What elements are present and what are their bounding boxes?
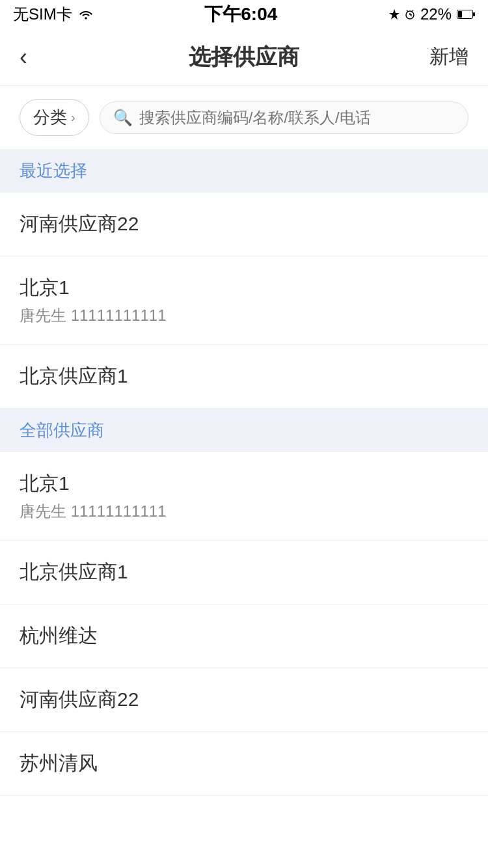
item-name: 北京1 [20,275,468,301]
sim-label: 无SIM卡 [13,4,72,25]
search-icon: 🔍 [113,109,133,127]
battery-level: 22% [420,5,452,23]
chevron-right-icon: › [71,110,75,125]
nav-bar: ‹ 选择供应商 新增 [0,29,488,86]
wifi-icon [79,9,93,20]
status-right: 22% [389,5,475,23]
category-label: 分类 [33,106,67,129]
item-name: 北京供应商1 [20,559,468,586]
page-title: 选择供应商 [189,42,299,72]
item-sub: 唐先生 11111111111 [20,305,468,326]
item-name: 北京1 [20,470,468,497]
svg-rect-8 [473,12,475,16]
all-section-header: 全部供应商 [0,409,488,452]
list-item[interactable]: 北京供应商1 [0,541,488,604]
location-icon [389,9,400,20]
svg-line-5 [411,10,413,12]
svg-rect-7 [458,11,462,18]
list-item[interactable]: 苏州清风 [0,732,488,796]
item-name: 河南供应商22 [20,686,468,713]
search-input[interactable] [139,109,455,127]
recent-section-label: 最近选择 [20,161,87,180]
status-bar: 无SIM卡 下午6:04 22% [0,0,488,29]
back-button[interactable]: ‹ [20,44,59,71]
status-time: 下午6:04 [204,2,277,27]
item-name: 杭州维达 [20,623,468,649]
category-button[interactable]: 分类 › [20,99,89,136]
list-item[interactable]: 河南供应商22 [0,193,488,256]
recent-section-header: 最近选择 [0,149,488,193]
add-button[interactable]: 新增 [429,44,468,70]
list-item[interactable]: 杭州维达 [0,604,488,668]
recent-list: 河南供应商22北京1唐先生 11111111111北京供应商1 [0,193,488,409]
all-section-label: 全部供应商 [20,420,104,440]
svg-point-0 [85,17,87,20]
list-item[interactable]: 北京1唐先生 11111111111 [0,256,488,345]
item-sub: 唐先生 11111111111 [20,501,468,522]
list-item[interactable]: 北京供应商1 [0,345,488,409]
list-item[interactable]: 河南供应商22 [0,668,488,732]
alarm-icon [405,9,415,20]
svg-line-4 [407,10,409,12]
list-item[interactable]: 北京1唐先生 11111111111 [0,452,488,541]
all-list: 北京1唐先生 11111111111北京供应商1杭州维达河南供应商22苏州清风 [0,452,488,796]
status-left: 无SIM卡 [13,4,93,25]
item-name: 北京供应商1 [20,363,468,390]
search-box: 🔍 [100,102,468,134]
item-name: 河南供应商22 [20,211,468,237]
item-name: 苏州清风 [20,750,468,777]
filter-bar: 分类 › 🔍 [0,86,488,149]
battery-icon [457,10,475,19]
